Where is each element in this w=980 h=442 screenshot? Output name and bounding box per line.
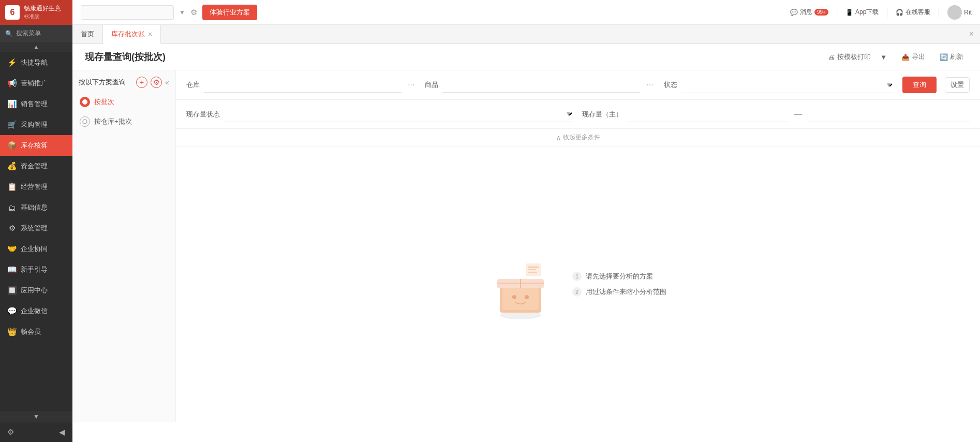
- sidebar-item-system[interactable]: ⚙ 系统管理: [0, 218, 72, 239]
- sidebar-scroll-up[interactable]: ▲: [0, 42, 72, 52]
- headset-icon: 🎧: [896, 9, 903, 16]
- divider-1: [837, 7, 837, 18]
- refresh-label: 刷新: [950, 52, 963, 62]
- page-header: 现存量查询(按批次) 🖨 按模板打印 ▼ 📤 导出 🔄 刷新: [72, 44, 980, 70]
- sidebar-label-marketing: 营销推广: [21, 79, 48, 88]
- sidebar-item-member[interactable]: 👑 畅会员: [0, 321, 72, 342]
- export-button[interactable]: 📤 导出: [897, 50, 929, 64]
- sidebar-item-app-center[interactable]: 🔲 应用中心: [0, 280, 72, 301]
- refresh-button[interactable]: 🔄 刷新: [936, 50, 968, 64]
- avatar: [947, 5, 962, 20]
- topbar-dropdown-arrow[interactable]: ▼: [179, 9, 185, 16]
- content-body: 按以下方案查询 + ⚙ « 按批次: [72, 70, 980, 422]
- customer-service-action[interactable]: 🎧 在线客服: [896, 8, 930, 17]
- trial-button[interactable]: 体验行业方案: [202, 5, 257, 20]
- sidebar-label-wechat: 企业微信: [21, 306, 48, 316]
- sidebar-item-quick-nav[interactable]: ⚡ 快捷导航: [0, 52, 72, 73]
- query-button[interactable]: 查询: [902, 77, 937, 93]
- sidebar-item-sales[interactable]: 📊 销售管理: [0, 94, 72, 114]
- app-center-icon: 🔲: [7, 286, 17, 295]
- search-label: 搜索菜单: [16, 29, 41, 38]
- sidebar-item-inventory[interactable]: 📦 库存核算: [0, 135, 72, 156]
- tab-home-label: 首页: [81, 30, 94, 39]
- inventory-status-select[interactable]: 正常 缺货 充足: [224, 106, 574, 122]
- main-area: ▼ ⚙ 体验行业方案 💬 消息 99+ 📱 App下载 🎧 在线客服: [72, 0, 980, 442]
- notification-badge: 99+: [814, 9, 828, 16]
- scheme-by-warehouse-batch-label: 按仓库+批次: [94, 117, 132, 126]
- hint-text-1: 请先选择要分析的方案: [586, 272, 653, 281]
- product-input[interactable]: [442, 77, 640, 93]
- scheme-item-by-warehouse-batch[interactable]: 按仓库+批次: [72, 112, 175, 131]
- empty-hint-list: 1 请先选择要分析的方案 2 用过滤条件来缩小分析范围: [572, 272, 666, 297]
- scheme-settings-button[interactable]: ⚙: [151, 77, 162, 88]
- page-header-actions: 🖨 按模板打印 ▼ 📤 导出 🔄 刷新: [824, 50, 968, 70]
- sidebar-item-wechat[interactable]: 💬 企业微信: [0, 301, 72, 321]
- app-download-action[interactable]: 📱 App下载: [845, 8, 879, 17]
- tab-batch-ledger[interactable]: 库存批次账 ×: [103, 25, 161, 44]
- print-template-group: 🖨 按模板打印 ▼: [824, 50, 891, 64]
- warehouse-input[interactable]: [204, 77, 402, 93]
- basic-icon: 🗂: [7, 203, 17, 212]
- svg-point-9: [525, 295, 529, 299]
- tab-home[interactable]: 首页: [72, 25, 103, 43]
- filter-row-2: 现存量状态 正常 缺货 充足 ▼ 现存量（主）: [176, 100, 980, 129]
- inventory-main-min-input[interactable]: [627, 107, 790, 122]
- notification-action[interactable]: 💬 消息 99+: [790, 8, 828, 17]
- topbar: ▼ ⚙ 体验行业方案 💬 消息 99+ 📱 App下载 🎧 在线客服: [72, 0, 980, 25]
- print-dropdown-arrow[interactable]: ▼: [876, 51, 891, 63]
- scheme-inactive-icon: [80, 116, 90, 127]
- customer-service-label: 在线客服: [905, 8, 930, 17]
- sidebar-item-finance[interactable]: 💰 资金管理: [0, 156, 72, 176]
- notification-label: 消息: [800, 8, 812, 17]
- sidebar-item-basic[interactable]: 🗂 基础信息: [0, 197, 72, 218]
- search-icon: 🔍: [5, 30, 13, 37]
- product-more-icon[interactable]: ···: [644, 80, 655, 90]
- sidebar-label-app-center: 应用中心: [21, 286, 48, 295]
- status-select[interactable]: 在库 已出库: [681, 77, 894, 93]
- tabbar-close-button[interactable]: ×: [963, 25, 980, 43]
- add-scheme-button[interactable]: +: [136, 77, 147, 88]
- sidebar-item-marketing[interactable]: 📢 营销推广: [0, 73, 72, 94]
- inventory-status-filter-group: 现存量状态 正常 缺货 充足 ▼: [186, 106, 574, 122]
- status-label: 状态: [664, 80, 677, 90]
- hint-text-2: 用过滤条件来缩小分析范围: [586, 287, 666, 297]
- footer-settings-icon[interactable]: ⚙: [7, 428, 14, 437]
- sidebar-search[interactable]: 🔍 搜索菜单: [0, 25, 72, 42]
- sidebar-item-enterprise[interactable]: 🤝 企业协同: [0, 239, 72, 259]
- tab-batch-ledger-close[interactable]: ×: [148, 31, 152, 38]
- scheme-item-by-batch[interactable]: 按批次: [72, 92, 175, 112]
- sidebar-item-operation[interactable]: 📋 经营管理: [0, 176, 72, 197]
- collapse-panel-icon[interactable]: «: [165, 78, 169, 86]
- sidebar-item-purchase[interactable]: 🛒 采购管理: [0, 114, 72, 135]
- range-dash: —: [794, 110, 803, 119]
- page-title: 现存量查询(按批次): [85, 51, 166, 69]
- sidebar-scroll-down[interactable]: ▼: [0, 411, 72, 422]
- status-filter-group: 状态 在库 已出库 ▼: [664, 77, 894, 93]
- product-label: 商品: [425, 80, 438, 90]
- purchase-icon: 🛒: [7, 120, 17, 129]
- sidebar-label-member: 畅会员: [21, 327, 41, 336]
- divider-2: [887, 7, 887, 18]
- collapse-chevron-icon: ∧: [556, 134, 561, 141]
- operation-icon: 📋: [7, 182, 17, 191]
- sidebar-item-guide[interactable]: 📖 新手引导: [0, 259, 72, 280]
- footer-collapse-icon[interactable]: ◀: [59, 428, 65, 437]
- product-filter-group: 商品 ···: [425, 77, 655, 93]
- inventory-main-max-input[interactable]: [807, 107, 970, 122]
- print-template-button[interactable]: 🖨 按模板打印: [824, 50, 875, 64]
- svg-point-1: [83, 120, 87, 124]
- svg-rect-4: [502, 287, 539, 310]
- settings-button[interactable]: 设置: [945, 77, 970, 93]
- svg-point-0: [82, 99, 87, 105]
- collapse-more-conditions[interactable]: ∧ 收起更多条件: [176, 129, 980, 146]
- enterprise-icon: 🤝: [7, 244, 17, 254]
- sidebar-label-sales: 销售管理: [21, 99, 48, 109]
- topbar-gear-icon[interactable]: ⚙: [190, 8, 197, 17]
- tab-batch-ledger-label: 库存批次账: [111, 30, 145, 39]
- warehouse-more-icon[interactable]: ···: [406, 80, 417, 90]
- user-avatar-action[interactable]: Rit: [947, 5, 972, 20]
- topbar-search-input[interactable]: [81, 5, 174, 20]
- company-name: 畅康通好生意: [24, 5, 61, 13]
- empty-illustration: [489, 253, 552, 315]
- inventory-status-label: 现存量状态: [186, 110, 220, 119]
